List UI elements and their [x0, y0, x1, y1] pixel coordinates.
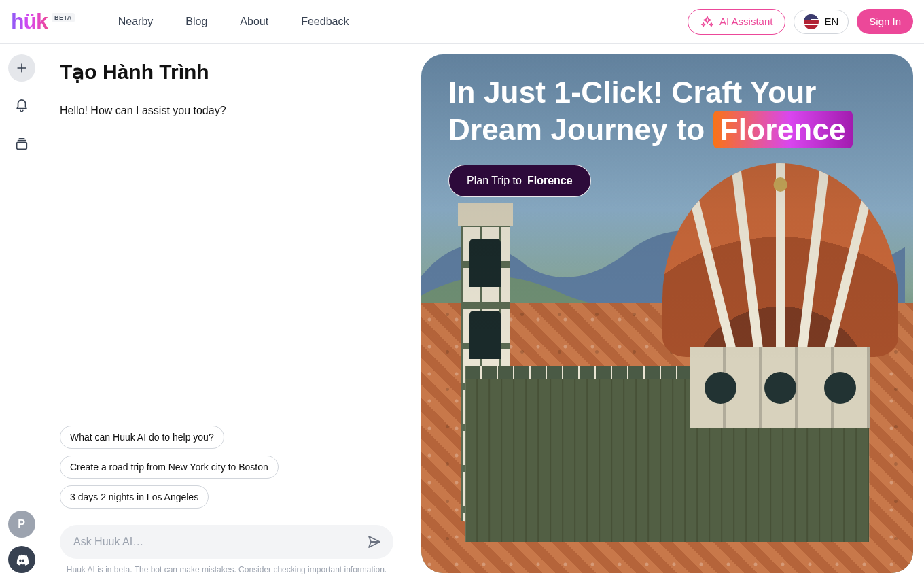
- chat-history-area: [60, 119, 393, 426]
- flag-us-icon: [804, 14, 819, 29]
- hero-content: In Just 1-Click! Craft Your Dream Journe…: [448, 73, 886, 197]
- logo[interactable]: hük BETA: [11, 9, 75, 34]
- suggestion-chip[interactable]: What can Huuk AI do to help you?: [60, 426, 224, 449]
- left-rail: P: [0, 44, 43, 584]
- discord-icon: [14, 552, 29, 567]
- plan-trip-destination: Florence: [527, 175, 573, 187]
- chat-input-row: [60, 525, 393, 559]
- hero-panel: In Just 1-Click! Craft Your Dream Journe…: [421, 54, 913, 573]
- nav-item-nearby[interactable]: Nearby: [102, 10, 170, 33]
- suggestion-chip[interactable]: 3 days 2 nights in Los Angeles: [60, 485, 209, 509]
- hero-title: In Just 1-Click! Craft Your Dream Journe…: [448, 73, 886, 148]
- language-label: EN: [824, 16, 838, 27]
- sparkle-icon: [700, 15, 714, 29]
- chat-disclaimer: Huuk AI is in beta. The bot can make mis…: [60, 564, 393, 576]
- plan-trip-button[interactable]: Plan Trip to Florence: [448, 165, 591, 197]
- nav-item-about[interactable]: About: [224, 10, 285, 33]
- new-trip-button[interactable]: [8, 54, 35, 82]
- suggestion-list: What can Huuk AI do to help you? Create …: [60, 426, 393, 509]
- plan-trip-prefix: Plan Trip to: [467, 175, 522, 187]
- chat-title: Tạo Hành Trình: [60, 60, 393, 84]
- ai-assistant-label: AI Assistant: [719, 16, 772, 27]
- sign-in-button[interactable]: Sign In: [857, 9, 913, 34]
- svg-rect-0: [16, 142, 26, 149]
- hero-title-line1: In Just 1-Click! Craft Your: [448, 75, 817, 109]
- send-button[interactable]: [366, 534, 383, 550]
- stack-icon: [14, 137, 29, 152]
- chat-greeting: Hello! How can I assist you today?: [60, 103, 393, 119]
- chat-panel: Tạo Hành Trình Hello! How can I assist y…: [43, 44, 410, 584]
- discord-button[interactable]: [8, 546, 35, 573]
- bell-icon: [14, 99, 29, 114]
- rail-bottom: P: [8, 511, 35, 573]
- chat-input[interactable]: [60, 525, 393, 559]
- hero-title-line2-prefix: Dream Journey to: [448, 113, 705, 146]
- suggestion-chip[interactable]: Create a road trip from New York city to…: [60, 456, 279, 479]
- logo-text: hük: [11, 9, 48, 34]
- send-icon: [366, 534, 383, 550]
- notifications-button[interactable]: [8, 92, 35, 120]
- nav-item-blog[interactable]: Blog: [169, 10, 224, 33]
- main-nav: Nearby Blog About Feedback: [102, 10, 366, 33]
- collections-button[interactable]: [8, 131, 35, 158]
- profile-avatar[interactable]: P: [8, 511, 35, 538]
- nav-item-feedback[interactable]: Feedback: [285, 10, 365, 33]
- top-header: hük BETA Nearby Blog About Feedback AI A…: [0, 0, 924, 44]
- beta-badge: BETA: [52, 13, 75, 22]
- plus-icon: [15, 61, 29, 75]
- language-switcher[interactable]: EN: [794, 10, 849, 34]
- hero-destination-highlight: Florence: [713, 111, 853, 148]
- ai-assistant-button[interactable]: AI Assistant: [688, 9, 785, 35]
- header-right: AI Assistant EN Sign In: [688, 9, 913, 35]
